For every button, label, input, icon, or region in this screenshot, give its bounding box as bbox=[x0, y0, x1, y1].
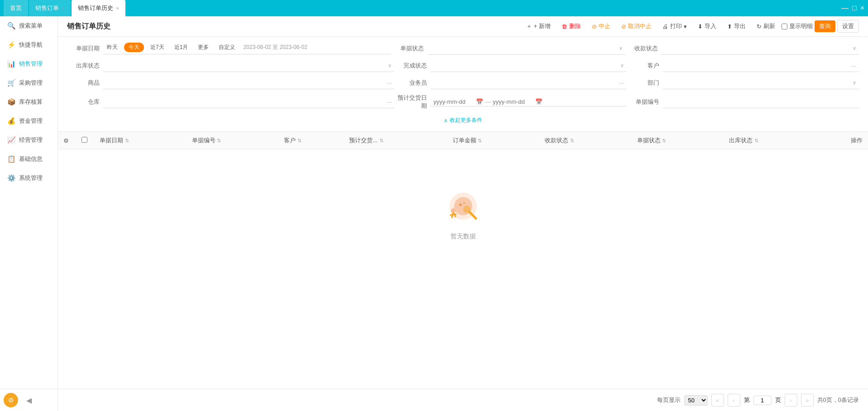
th-checkbox[interactable] bbox=[76, 132, 94, 150]
complete-status-label: 完成状态 bbox=[394, 62, 431, 70]
refresh-button[interactable]: ↻ 刷新 bbox=[752, 20, 780, 32]
sidebar-settings-btn[interactable]: ⚙ bbox=[4, 393, 18, 407]
sales-mgmt-icon: 📊 bbox=[7, 60, 15, 68]
tab-home[interactable]: 首页 bbox=[4, 0, 28, 16]
th-settings[interactable]: ⚙ bbox=[58, 132, 76, 150]
expected-date-to[interactable] bbox=[493, 98, 533, 105]
out-status-field[interactable]: ∨ bbox=[103, 59, 394, 72]
customer-ellipsis-icon[interactable]: ··· bbox=[851, 62, 856, 69]
display-detail-checkbox[interactable] bbox=[782, 24, 787, 29]
date-btn-custom[interactable]: 自定义 bbox=[215, 43, 239, 52]
th-pay-status-label: 收款状态 bbox=[545, 137, 568, 144]
sales-person-field[interactable]: ··· bbox=[431, 77, 627, 89]
goods-field[interactable]: ··· bbox=[103, 77, 394, 89]
date-btn-more[interactable]: 更多 bbox=[194, 43, 212, 52]
goods-ellipsis-icon[interactable]: ··· bbox=[387, 79, 392, 87]
sidebar-item-operations[interactable]: 📈 经营管理 bbox=[0, 131, 58, 150]
sidebar-item-inventory[interactable]: 📦 库存核算 bbox=[0, 92, 58, 111]
order-amount-sort-icon[interactable]: ⇅ bbox=[478, 138, 482, 143]
sidebar-item-quick-nav[interactable]: ⚡ 快捷导航 bbox=[0, 35, 58, 54]
th-out-status-label: 出库状态 bbox=[729, 137, 753, 144]
page-number-input[interactable] bbox=[753, 396, 772, 405]
stop-button[interactable]: ⊘ 中止 bbox=[587, 20, 615, 32]
sidebar-item-search-menu[interactable]: 🔍 搜索菜单 bbox=[0, 16, 58, 35]
sidebar-item-sales-mgmt[interactable]: 📊 销售管理 bbox=[0, 54, 58, 73]
complete-status-arrow-icon: ∨ bbox=[620, 63, 624, 68]
window-minimize[interactable]: — bbox=[841, 4, 849, 12]
expected-date-sort-icon[interactable]: ⇅ bbox=[379, 138, 384, 143]
filter-area: 单据日期 昨天 今天 近7天 近1月 更多 自定义 2023-06-02 至 2… bbox=[58, 37, 868, 132]
customer-field[interactable]: ··· bbox=[663, 59, 859, 72]
select-all-checkbox[interactable] bbox=[82, 137, 87, 143]
empty-text: 暂无数据 bbox=[451, 232, 476, 241]
customer-label: 客户 bbox=[627, 62, 663, 70]
window-maximize[interactable]: □ bbox=[852, 4, 857, 12]
tab-sales-order-history[interactable]: 销售订单历史 × bbox=[72, 0, 125, 16]
out-status-sort-icon[interactable]: ⇅ bbox=[754, 138, 758, 143]
sidebar-item-purchase-mgmt[interactable]: 🛒 采购管理 bbox=[0, 73, 58, 92]
sidebar-item-finance[interactable]: 💰 资金管理 bbox=[0, 111, 58, 131]
collapse-bar[interactable]: ∧ 收起更多条件 bbox=[67, 115, 859, 126]
bill-no-label: 单据编号 bbox=[627, 98, 663, 106]
query-button[interactable]: 查询 bbox=[815, 20, 835, 32]
tab-sales-order-close[interactable]: × bbox=[62, 5, 64, 11]
display-detail-toggle[interactable]: 显示明细 bbox=[782, 22, 813, 30]
th-order-amount-label: 订单金额 bbox=[453, 137, 476, 144]
date-sort-icon[interactable]: ⇅ bbox=[125, 138, 129, 143]
sidebar-item-system-mgmt[interactable]: ⚙️ 系统管理 bbox=[0, 169, 58, 188]
bill-status-sort-icon[interactable]: ⇅ bbox=[662, 138, 666, 143]
inventory-icon: 📦 bbox=[7, 98, 15, 106]
department-label: 部门 bbox=[627, 79, 663, 87]
bill-no-field[interactable] bbox=[663, 96, 859, 108]
bill-status-field[interactable]: ∨ bbox=[427, 42, 625, 55]
sidebar-item-system-mgmt-label: 系统管理 bbox=[19, 174, 43, 182]
new-icon: ＋ bbox=[526, 22, 532, 30]
calendar-from-icon[interactable]: 📅 bbox=[476, 98, 483, 105]
sidebar-item-inventory-label: 库存核算 bbox=[19, 98, 43, 106]
date-btn-today[interactable]: 今天 bbox=[124, 43, 144, 52]
tab-sales-order-history-close[interactable]: × bbox=[116, 5, 119, 11]
import-button[interactable]: ⬇ 导入 bbox=[693, 20, 721, 32]
window-close[interactable]: × bbox=[860, 4, 864, 12]
purchase-mgmt-icon: 🛒 bbox=[7, 79, 15, 87]
sidebar-item-basic-info-label: 基础信息 bbox=[19, 155, 43, 163]
out-status-label: 出库状态 bbox=[67, 62, 103, 70]
department-field[interactable]: ∨ bbox=[663, 77, 859, 89]
sales-person-ellipsis-icon[interactable]: ··· bbox=[619, 79, 624, 87]
operations-icon: 📈 bbox=[7, 136, 15, 144]
page-unit: 页 bbox=[775, 396, 781, 404]
sidebar-item-basic-info[interactable]: 📋 基础信息 bbox=[0, 150, 58, 169]
print-button[interactable]: 🖨 打印 ▾ bbox=[658, 20, 691, 32]
expected-date-label: 预计交货日期 bbox=[394, 94, 431, 110]
customer-sort-icon[interactable]: ⇅ bbox=[297, 138, 302, 143]
complete-status-field[interactable]: ∨ bbox=[431, 59, 627, 72]
page-size-select[interactable]: 10 20 50 100 bbox=[684, 395, 708, 406]
calendar-to-icon[interactable]: 📅 bbox=[535, 98, 542, 105]
date-btn-7days[interactable]: 近7天 bbox=[147, 43, 168, 52]
pay-status-sort-icon[interactable]: ⇅ bbox=[570, 138, 574, 143]
delete-label: 删除 bbox=[569, 22, 581, 30]
expected-date-from[interactable] bbox=[433, 98, 474, 105]
first-page-btn[interactable]: « bbox=[711, 394, 724, 406]
last-page-btn[interactable]: » bbox=[801, 394, 814, 406]
warehouse-field[interactable]: ··· bbox=[103, 96, 394, 108]
print-icon: 🖨 bbox=[662, 23, 668, 30]
settings-button[interactable]: 设置 bbox=[837, 20, 859, 33]
th-bill-status-label: 单据状态 bbox=[637, 137, 661, 144]
date-btn-1month[interactable]: 近1月 bbox=[171, 43, 192, 52]
sidebar-collapse-btn[interactable]: ◀ bbox=[22, 393, 36, 407]
prev-page-btn[interactable]: ‹ bbox=[728, 394, 740, 406]
tab-sales-order[interactable]: 销售订单 × bbox=[29, 0, 71, 16]
next-page-btn[interactable]: › bbox=[785, 394, 797, 406]
toolbar: ＋ + 新增 🗑 删除 ⊘ 中止 ⊘ 取消中止 🖨 打印 bbox=[522, 20, 859, 33]
billno-sort-icon[interactable]: ⇅ bbox=[217, 138, 221, 143]
new-button[interactable]: ＋ + 新增 bbox=[522, 20, 555, 32]
date-btn-yesterday[interactable]: 昨天 bbox=[103, 43, 121, 52]
warehouse-ellipsis-icon[interactable]: ··· bbox=[387, 98, 392, 106]
export-button[interactable]: ⬆ 导出 bbox=[723, 20, 750, 32]
delete-button[interactable]: 🗑 删除 bbox=[557, 20, 585, 32]
cancel-stop-button[interactable]: ⊘ 取消中止 bbox=[617, 20, 656, 32]
th-date: 单据日期 ⇅ bbox=[94, 132, 187, 150]
pay-status-field[interactable]: ∨ bbox=[662, 42, 859, 55]
import-label: 导入 bbox=[705, 22, 716, 30]
